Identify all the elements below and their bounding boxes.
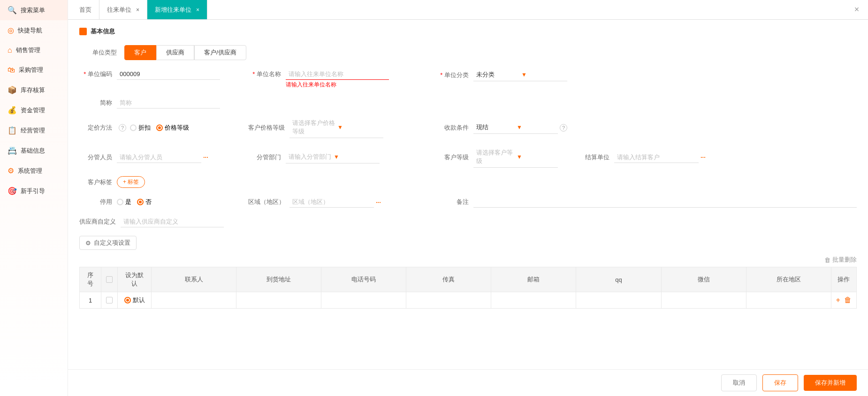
row-phone — [321, 292, 406, 309]
unit-name-input[interactable] — [286, 69, 389, 80]
row-default-radio[interactable] — [124, 297, 131, 303]
customer-tag-label: 客户标签 — [79, 178, 117, 186]
col-default: 设为默认 — [118, 267, 152, 292]
unit-btn-supplier[interactable]: 供应商 — [156, 45, 194, 60]
cancel-button[interactable]: 取消 — [721, 374, 757, 391]
disabled-yes-option[interactable]: 是 — [117, 198, 131, 206]
sales-icon: ⌂ — [8, 46, 12, 54]
unit-btn-both[interactable]: 客户/供应商 — [194, 45, 246, 60]
sidebar-item-operations[interactable]: 📋 经营管理 — [0, 120, 68, 140]
sidebar-item-quicknav[interactable]: ◎ 快捷导航 — [0, 20, 68, 40]
sidebar-item-system[interactable]: ⚙ 系统管理 — [0, 161, 68, 181]
field-department: 分管部门 请输入分管部门 ▼ — [248, 151, 436, 163]
col-phone: 电话号码 — [321, 267, 406, 292]
row-address — [236, 292, 321, 309]
row-phone-input[interactable] — [326, 297, 401, 304]
sidebar-item-purchase[interactable]: 🛍 采购管理 — [0, 60, 68, 80]
sidebar-label-sales: 销售管理 — [16, 46, 40, 54]
payment-terms-help-icon[interactable]: ? — [560, 124, 567, 132]
disabled-yes-radio[interactable] — [117, 199, 123, 205]
field-payment-terms: 收款条件 现结 ▼ ? — [436, 121, 605, 134]
sidebar-label-inventory: 库存核算 — [21, 86, 45, 94]
unit-category-select[interactable]: 未分类 ▼ — [473, 69, 567, 81]
manager-input[interactable] — [117, 152, 201, 163]
unit-btn-customer[interactable]: 客户 — [124, 45, 156, 60]
row-qq-input[interactable] — [581, 297, 656, 304]
department-placeholder: 请输入分管部门 — [289, 153, 332, 161]
settlement-unit-input[interactable] — [614, 152, 699, 163]
row-alias: 简称 — [79, 97, 857, 109]
save-new-button[interactable]: 保存并新增 — [804, 375, 857, 391]
sidebar-item-search[interactable]: 🔍 搜索菜单 — [0, 0, 68, 20]
disabled-no-option[interactable]: 否 — [137, 198, 152, 206]
customer-price-level-select[interactable]: 请选择客户价格等级 ▼ — [289, 117, 383, 138]
alias-input[interactable] — [117, 97, 220, 109]
row-address-input[interactable] — [241, 297, 316, 304]
sidebar-label-quicknav: 快捷导航 — [18, 26, 42, 35]
region-input[interactable] — [289, 196, 374, 208]
region-more-btn[interactable]: ··· — [374, 199, 383, 206]
supplier-custom-input[interactable] — [121, 216, 224, 227]
window-close-button[interactable]: × — [849, 2, 864, 17]
remark-input[interactable] — [473, 196, 857, 208]
row-location-input[interactable] — [751, 297, 826, 304]
pricing-discount-radio[interactable] — [130, 124, 137, 131]
custom-settings-icon: ⚙ — [85, 240, 91, 247]
col-wechat: 微信 — [661, 267, 746, 292]
row-fax-input[interactable] — [411, 297, 486, 304]
pricing-level-radio[interactable] — [156, 124, 163, 131]
sidebar-label-newbie: 新手引导 — [21, 187, 45, 195]
row-unit-info: 单位编码 单位名称 请输入往来单位名称 单位分类 未分类 ▼ — [79, 69, 857, 89]
pricing-discount-option[interactable]: 折扣 — [130, 124, 151, 132]
sidebar-item-finance[interactable]: 💰 资金管理 — [0, 100, 68, 120]
unit-code-input[interactable] — [117, 69, 220, 80]
row-delete-btn[interactable]: 🗑 — [844, 296, 852, 304]
tab-partner[interactable]: 往来单位 × — [99, 0, 147, 19]
tab-partner-close[interactable]: × — [136, 7, 139, 13]
row-fax — [406, 292, 491, 309]
row-seq: 1 — [80, 292, 101, 309]
disabled-no-radio[interactable] — [137, 199, 144, 205]
field-pricing: 定价方法 ? 折扣 价格等级 — [79, 124, 248, 132]
field-manager: 分管人员 ··· — [79, 152, 248, 163]
payment-terms-select[interactable]: 现结 ▼ — [473, 121, 558, 134]
sidebar-item-basic[interactable]: 📇 基础信息 — [0, 140, 68, 161]
sidebar-item-sales[interactable]: ⌂ 销售管理 — [0, 40, 68, 60]
row-pricing: 定价方法 ? 折扣 价格等级 客户价格等级 请选择客户价格等级 — [79, 117, 857, 138]
row-add-btn[interactable]: + — [836, 296, 840, 304]
settlement-unit-more-btn[interactable]: ··· — [699, 154, 708, 161]
field-alias: 简称 — [79, 97, 248, 109]
row-supplier-custom: 供应商自定义 — [79, 216, 857, 227]
add-tag-button[interactable]: + 标签 — [117, 176, 145, 188]
unit-name-label: 单位名称 — [248, 70, 286, 78]
row-checkbox[interactable] — [106, 297, 113, 303]
col-seq: 序号 — [80, 267, 101, 292]
pricing-level-option[interactable]: 价格等级 — [156, 124, 189, 132]
row-email-input[interactable] — [496, 297, 571, 304]
row-default-label: 默认 — [133, 296, 145, 304]
save-button[interactable]: 保存 — [762, 374, 798, 391]
table-header-row: 序号 设为默认 联系人 到货地址 电话号码 传真 邮箱 qq 微信 所在地区 操… — [80, 267, 857, 292]
tab-home[interactable]: 首页 — [72, 0, 99, 19]
customer-level-select[interactable]: 请选择客户等级 ▼ — [473, 147, 558, 168]
pricing-level-label: 价格等级 — [165, 124, 189, 132]
row-wechat-input[interactable] — [666, 297, 741, 304]
manager-more-btn[interactable]: ··· — [201, 154, 210, 161]
payment-terms-arrow: ▼ — [517, 124, 555, 131]
tab-new-partner-close[interactable]: × — [196, 7, 199, 13]
tab-new-partner[interactable]: 新增往来单位 × — [147, 0, 207, 19]
newbie-icon: 🎯 — [8, 186, 17, 195]
field-supplier-custom: 供应商自定义 — [79, 216, 248, 227]
sidebar-item-inventory[interactable]: 📦 库存核算 — [0, 80, 68, 100]
department-select[interactable]: 请输入分管部门 ▼ — [286, 151, 380, 163]
batch-delete-btn[interactable]: 🗑 批量删除 — [824, 256, 857, 264]
row-contact-input[interactable] — [156, 297, 231, 304]
row-checkbox-cell — [101, 292, 118, 309]
manager-label: 分管人员 — [79, 153, 117, 162]
pricing-help-icon[interactable]: ? — [119, 124, 126, 132]
sidebar-item-newbie[interactable]: 🎯 新手引导 — [0, 181, 68, 201]
tab-partner-label: 往来单位 — [107, 6, 131, 14]
department-label: 分管部门 — [248, 153, 286, 162]
custom-settings-button[interactable]: ⚙ 自定义项设置 — [79, 236, 137, 250]
select-all-checkbox[interactable] — [106, 276, 113, 283]
